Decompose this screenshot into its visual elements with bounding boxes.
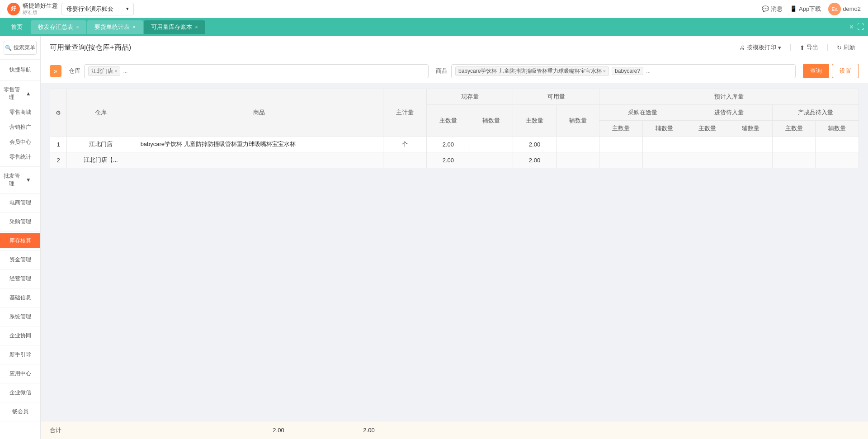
sidebar-item-ecommerce-mgmt[interactable]: 电商管理: [0, 195, 40, 210]
tab-available-stock[interactable]: 可用量库存账本 ×: [144, 20, 205, 34]
message-action[interactable]: 💬 消息: [762, 5, 783, 13]
footer-current-main-qty: 2.00: [260, 427, 297, 434]
avatar: Ea: [828, 3, 841, 15]
row-purchase-in-transit-sub: [643, 137, 686, 152]
row-p5-summary: [772, 152, 816, 168]
row-production-arrival-sub: [816, 137, 859, 152]
sidebar-item-quick-nav[interactable]: 快捷导航: [0, 62, 40, 77]
search-icon: 🔍: [5, 45, 12, 51]
filter-bar: » 仓库 江北门店 × ... 商品 babycare学饮杯 儿童防摔防撞吸管杯…: [41, 59, 868, 83]
search-menu-button[interactable]: 🔍 搜索菜单: [4, 41, 37, 55]
column-warehouse: 仓库: [67, 89, 135, 137]
filter-expand-button[interactable]: »: [50, 65, 61, 77]
page-title: 可用量查询(按仓库+商品): [50, 43, 131, 52]
tab-order-stats[interactable]: 要货单统计表 ×: [87, 20, 143, 34]
refresh-button[interactable]: ↻ 刷新: [833, 42, 859, 53]
sidebar-item-enterprise-wechat[interactable]: 企业微信: [0, 385, 40, 400]
footer-available-main-qty: 2.00: [351, 427, 387, 434]
logo-icon: 好: [7, 3, 20, 15]
user-area[interactable]: Ea demo2: [828, 3, 861, 15]
sidebar-search-area: 🔍 搜索菜单: [0, 36, 40, 60]
chevron-down-icon: ▾: [778, 44, 781, 51]
sidebar-item-retail-stats[interactable]: 零售统计: [0, 150, 40, 165]
sidebar-item-marketing[interactable]: 营销推广: [0, 120, 40, 135]
sidebar-section-purchase: 采购管理: [0, 212, 40, 231]
tab-close-icon[interactable]: ×: [76, 24, 79, 30]
main-layout: 🔍 搜索菜单 快捷导航 零售管理 ▲ 零售商城 营销推广 会员中心 零售统计: [0, 36, 868, 439]
sidebar-item-app-center[interactable]: 应用中心: [0, 366, 40, 381]
product-more[interactable]: ...: [646, 68, 651, 74]
sidebar-item-business-mgmt[interactable]: 经营管理: [0, 271, 40, 286]
table-footer: 合计 2.00 2.00: [41, 421, 868, 439]
product-tags-container[interactable]: babycare学饮杯 儿童防摔防撞吸管杯重力球吸嘴杯宝宝水杯 × babyca…: [451, 64, 796, 78]
tab-home[interactable]: 首页: [4, 20, 30, 34]
sidebar-section-ecommerce: 电商管理: [0, 194, 40, 212]
app-download-action[interactable]: 📱 App下载: [790, 5, 821, 13]
divider: [827, 44, 828, 51]
print-template-button[interactable]: 🖨 按模板打印 ▾: [736, 42, 785, 53]
product-filter-group: 商品 babycare学饮杯 儿童防摔防撞吸管杯重力球吸嘴杯宝宝水杯 × bab…: [436, 64, 796, 78]
column-purchase-in-transit-main: 主数量: [599, 121, 643, 137]
maximize-window-button[interactable]: ⛶: [857, 23, 864, 31]
warehouse-more[interactable]: ...: [123, 68, 127, 74]
query-button[interactable]: 查询: [803, 64, 829, 78]
top-bar: 好 畅捷通好生意 标准版 母婴行业演示账套 ▾ 💬 消息 📱 App下载 Ea …: [0, 0, 868, 18]
sidebar-quick-nav: 快捷导航: [0, 60, 40, 80]
column-product: 商品: [135, 89, 383, 137]
sidebar-item-inventory-check[interactable]: 库存核算: [0, 233, 40, 248]
column-current-sub-qty: 辅数量: [470, 105, 513, 137]
sidebar-item-enterprise-collab[interactable]: 企业协同: [0, 328, 40, 343]
row-warehouse-summary: 江北门店【...: [67, 152, 135, 168]
column-purchase-in-transit-sub: 辅数量: [643, 121, 686, 137]
industry-selector[interactable]: 母婴行业演示账套 ▾: [61, 3, 134, 15]
column-purchase-arrival-main: 主数量: [686, 121, 729, 137]
warehouse-tags-container[interactable]: 江北门店 × ...: [84, 64, 429, 78]
sidebar-item-basic-info[interactable]: 基础信息: [0, 290, 40, 305]
download-icon: 📱: [790, 5, 797, 12]
product-label: 商品: [436, 67, 448, 75]
sidebar-section-enterprise-wechat: 企业微信: [0, 383, 40, 402]
row-available-main-qty-summary: 2.00: [513, 152, 557, 168]
tag-close-icon[interactable]: ×: [603, 68, 606, 74]
username-label: demo2: [843, 5, 861, 12]
column-settings[interactable]: ⚙: [50, 89, 67, 137]
row-index: 2: [50, 152, 67, 168]
sidebar-item-purchase-mgmt[interactable]: 采购管理: [0, 214, 40, 229]
column-main-unit: 主计量: [383, 89, 427, 137]
sidebar-section-enterprise: 企业协同: [0, 326, 40, 345]
row-available-sub-qty: [556, 137, 599, 152]
sidebar-item-wholesale-mgmt[interactable]: 批发管理 ▼: [0, 169, 40, 191]
close-window-button[interactable]: ×: [849, 23, 854, 31]
settings-button[interactable]: 设置: [832, 64, 859, 78]
print-icon: 🖨: [739, 44, 745, 51]
column-production-arrival-main: 主数量: [772, 121, 816, 137]
tab-close-icon[interactable]: ×: [195, 24, 198, 30]
sidebar-item-member[interactable]: 畅会员: [0, 404, 40, 419]
column-available-main-qty: 主数量: [513, 105, 557, 137]
sidebar-item-finance-mgmt[interactable]: 资金管理: [0, 252, 40, 267]
sidebar-item-system-mgmt[interactable]: 系统管理: [0, 309, 40, 324]
column-purchase-in-transit: 采购在途量: [599, 105, 686, 121]
template-badge: 标准版: [23, 9, 58, 15]
tab-close-icon[interactable]: ×: [132, 24, 136, 30]
column-purchase-arrival: 进货待入量: [686, 105, 772, 121]
row-production-arrival-main: [772, 137, 816, 152]
sidebar-item-retail-mgmt[interactable]: 零售管理 ▲: [0, 82, 40, 105]
row-index: 1: [50, 137, 67, 152]
sidebar-item-retail-store[interactable]: 零售商城: [0, 105, 40, 120]
sidebar-item-member-center[interactable]: 会员中心: [0, 135, 40, 150]
row-purchase-in-transit-main: [599, 137, 643, 152]
column-available: 可用量: [513, 89, 599, 105]
row-product: babycare学饮杯 儿童防摔防撞吸管杯重力球吸嘴杯宝宝水杯: [135, 137, 383, 152]
warehouse-label: 仓库: [69, 67, 80, 75]
export-icon: ⬆: [800, 44, 805, 51]
tag-close-icon[interactable]: ×: [114, 68, 117, 74]
logo-area: 好 畅捷通好生意 标准版: [7, 2, 58, 15]
sidebar-item-new-guide[interactable]: 新手引导: [0, 347, 40, 362]
tab-bar-right: × ⛶: [849, 23, 864, 31]
product-tag: babycare学饮杯 儿童防摔防撞吸管杯重力球吸嘴杯宝宝水杯 ×: [455, 66, 609, 76]
sidebar-section-member: 畅会员: [0, 402, 40, 421]
row-warehouse: 江北门店: [67, 137, 135, 152]
tab-income-expense[interactable]: 收发存汇总表 ×: [31, 20, 86, 34]
export-button[interactable]: ⬆ 导出: [796, 42, 822, 53]
